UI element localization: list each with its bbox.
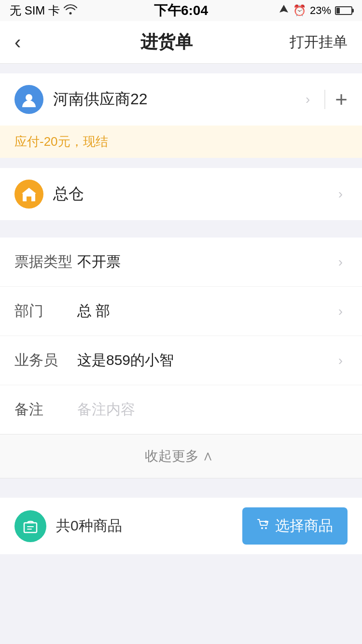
supplier-name: 河南供应商22: [53, 89, 306, 110]
status-right: ⏰ 23%: [278, 4, 352, 17]
warehouse-row[interactable]: 总仓 ›: [0, 168, 362, 220]
invoice-type-value: 不开票: [77, 252, 338, 272]
salesperson-row[interactable]: 业务员 这是859的小智 ›: [0, 336, 362, 385]
gap-1: [0, 64, 362, 73]
remark-label: 备注: [14, 400, 77, 420]
department-chevron-icon: ›: [338, 304, 343, 319]
warehouse-chevron-icon: ›: [338, 186, 343, 202]
form-section: 票据类型 不开票 › 部门 总 部 › 业务员 这是859的小智 › 备注 备注…: [0, 238, 362, 434]
supplier-chevron-icon: ›: [306, 92, 310, 107]
wifi-icon: [64, 4, 77, 17]
open-pending-button[interactable]: 打开挂单: [290, 32, 348, 52]
alarm-icon: ⏰: [293, 4, 306, 17]
gap-2: [0, 158, 362, 168]
svg-point-0: [26, 94, 32, 101]
back-button[interactable]: ‹: [14, 31, 43, 53]
status-left: 无 SIM 卡: [10, 3, 77, 18]
salesperson-value: 这是859的小智: [77, 350, 338, 370]
nav-bar: ‹ 进货单 打开挂单: [0, 21, 362, 64]
invoice-type-chevron-icon: ›: [338, 254, 343, 270]
remark-input[interactable]: 备注内容: [77, 400, 348, 420]
warehouse-label: 总仓: [53, 183, 338, 205]
collapse-row[interactable]: 收起更多 ∧: [0, 434, 362, 478]
select-product-label: 选择商品: [275, 516, 333, 536]
salesperson-chevron-icon: ›: [338, 353, 343, 368]
svg-marker-2: [22, 188, 36, 194]
battery-icon: [335, 6, 352, 15]
warehouse-section: 总仓 ›: [0, 168, 362, 220]
battery-percent: 23%: [310, 4, 331, 17]
supplier-section: 河南供应商22 › + 应付-20元，现结: [0, 73, 362, 158]
svg-point-8: [265, 527, 267, 529]
product-icon: [14, 510, 46, 542]
notice-banner: 应付-20元，现结: [0, 126, 362, 158]
location-icon: [278, 4, 289, 17]
add-supplier-button[interactable]: +: [335, 89, 348, 110]
cart-icon: [257, 518, 270, 534]
product-bar: 共0种商品 选择商品: [0, 498, 362, 554]
select-product-button[interactable]: 选择商品: [242, 507, 348, 545]
gap-3: [0, 220, 362, 230]
warehouse-icon: [14, 180, 43, 209]
department-value: 总 部: [77, 301, 338, 321]
invoice-type-label: 票据类型: [14, 252, 77, 272]
time-display: 下午6:04: [154, 1, 208, 20]
supplier-divider: [324, 90, 325, 109]
department-row[interactable]: 部门 总 部 ›: [0, 287, 362, 336]
page-title: 进货单: [140, 30, 193, 54]
gap-4: [0, 478, 362, 488]
supplier-avatar: [14, 85, 43, 114]
carrier-text: 无 SIM 卡: [10, 3, 60, 18]
product-count-label: 共0种商品: [56, 516, 242, 536]
page-background: [0, 554, 362, 644]
svg-rect-3: [27, 196, 31, 201]
svg-point-7: [261, 527, 263, 529]
svg-rect-4: [24, 523, 37, 532]
supplier-row[interactable]: 河南供应商22 › +: [0, 73, 362, 126]
department-label: 部门: [14, 301, 77, 321]
salesperson-label: 业务员: [14, 350, 77, 370]
collapse-label: 收起更多 ∧: [145, 447, 214, 465]
remark-row[interactable]: 备注 备注内容: [0, 385, 362, 434]
status-bar: 无 SIM 卡 下午6:04 ⏰ 23%: [0, 0, 362, 21]
invoice-type-row[interactable]: 票据类型 不开票 ›: [0, 238, 362, 287]
